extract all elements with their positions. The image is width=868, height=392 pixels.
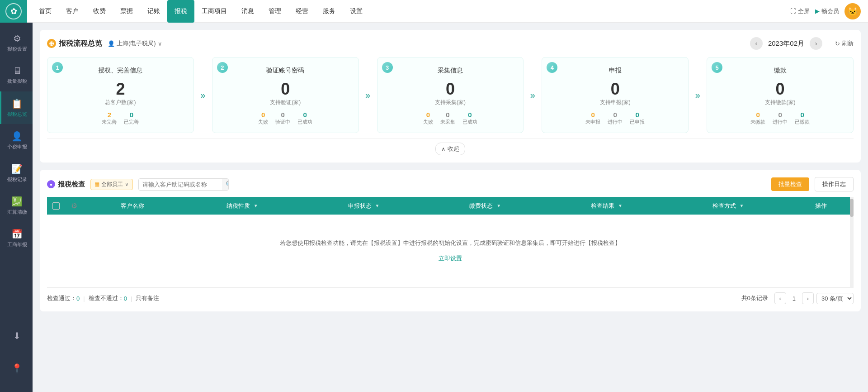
nav-right: ⛶ 全屏 ▶ 畅会员 🐱 bbox=[790, 3, 861, 19]
step-stat-4-1[interactable]: 0 进行中 bbox=[608, 111, 623, 125]
log-button[interactable]: 操作日志 bbox=[815, 177, 854, 191]
pass-count[interactable]: 0 bbox=[76, 295, 80, 302]
per-page-select[interactable]: 30 条/页 bbox=[816, 293, 854, 304]
step-count-2: 0 bbox=[220, 79, 351, 99]
sidebar-label-tax-settings: 报税设置 bbox=[7, 46, 27, 53]
date-prev-button[interactable]: ‹ bbox=[750, 37, 763, 50]
sidebar-item-settlement[interactable]: 💹 汇算清缴 bbox=[0, 189, 33, 222]
date-next-button[interactable]: › bbox=[810, 37, 822, 50]
arrow-3: » bbox=[524, 57, 542, 133]
stat-label-2-1: 验证中 bbox=[275, 119, 290, 125]
batch-check-button[interactable]: 批量检查 bbox=[771, 177, 809, 191]
nav-invoices[interactable]: 票据 bbox=[113, 0, 140, 23]
step-stat-2-1[interactable]: 0 验证中 bbox=[275, 111, 290, 125]
th-tax-nature[interactable]: 纳税性质 ▼ bbox=[181, 197, 303, 215]
page-first-button[interactable]: ‹ bbox=[774, 292, 786, 304]
stat-val-3-0: 0 bbox=[426, 111, 430, 119]
step-stat-2-0[interactable]: 0 失败 bbox=[258, 111, 268, 125]
th-actions: 操作 bbox=[789, 197, 854, 215]
nav-items: 首页 客户 收费 票据 记账 报税 工商项目 消息 管理 经营 服务 设置 bbox=[32, 0, 790, 23]
search-button[interactable]: 🔍 bbox=[222, 179, 229, 190]
fail-count[interactable]: 0 bbox=[124, 295, 127, 302]
sidebar-item-tax-overview[interactable]: 📋 报税总览 bbox=[0, 91, 33, 124]
step-stat-3-2[interactable]: 0 已成功 bbox=[462, 111, 477, 125]
fullscreen-button[interactable]: ⛶ 全屏 bbox=[790, 7, 810, 15]
sidebar-bottom: ⬇ 📍 bbox=[0, 320, 33, 385]
stat-label-5-0: 未缴款 bbox=[750, 119, 765, 125]
collapse-button[interactable]: ∧ 收起 bbox=[435, 143, 465, 155]
step-subtitle-5: 支持缴款(家) bbox=[714, 99, 846, 106]
nav-service[interactable]: 服务 bbox=[316, 0, 343, 23]
sidebar-item-batch-tax[interactable]: 🖥 批量报税 bbox=[0, 59, 33, 91]
step-stat-5-1[interactable]: 0 进行中 bbox=[773, 111, 788, 125]
pagination: 共0条记录 ‹ 1 › 30 条/页 bbox=[741, 292, 854, 304]
step-stat-3-1[interactable]: 0 未采集 bbox=[440, 111, 455, 125]
stat-label-3-2: 已成功 bbox=[462, 119, 477, 125]
step-stat-4-2[interactable]: 0 已申报 bbox=[630, 111, 645, 125]
th-customer-name: 客户名称 bbox=[83, 197, 181, 215]
stat-val-4-1: 0 bbox=[613, 111, 617, 119]
search-input[interactable] bbox=[139, 179, 222, 190]
footer-sep-2: | bbox=[131, 295, 132, 302]
step-stat-5-0[interactable]: 0 未缴款 bbox=[750, 111, 765, 125]
step-stat-1-0[interactable]: 2 未完善 bbox=[102, 111, 117, 125]
step-stat-3-0[interactable]: 0 失败 bbox=[423, 111, 433, 125]
footer-sep-1: | bbox=[83, 295, 85, 302]
sidebar-item-individual-tax[interactable]: 👤 个税申报 bbox=[0, 124, 33, 157]
page-current: 1 bbox=[789, 295, 799, 302]
step-stat-4-0[interactable]: 0 未申报 bbox=[585, 111, 600, 125]
step-num-2: 2 bbox=[217, 62, 228, 73]
scrollbar-track[interactable] bbox=[850, 197, 854, 287]
sidebar-item-annual-report[interactable]: 📅 工商年报 bbox=[0, 222, 33, 254]
nav-messages[interactable]: 消息 bbox=[234, 0, 261, 23]
nav-fees[interactable]: 收费 bbox=[86, 0, 113, 23]
step-title-1: 授权、完善信息 bbox=[55, 67, 186, 75]
stat-val-4-2: 0 bbox=[636, 111, 639, 119]
download-icon: ⬇ bbox=[13, 330, 21, 341]
select-all-checkbox[interactable] bbox=[52, 202, 60, 210]
step-stat-5-2[interactable]: 0 已缴款 bbox=[795, 111, 810, 125]
refresh-button[interactable]: ↻ 刷新 bbox=[835, 39, 854, 48]
setup-link[interactable]: 立即设置 bbox=[439, 255, 462, 262]
sidebar-item-tax-records[interactable]: 📝 报税记录 bbox=[0, 157, 33, 189]
nav-operations[interactable]: 经营 bbox=[288, 0, 316, 23]
step-count-1: 2 bbox=[55, 79, 186, 99]
step-stats-1: 2 未完善 0 已完善 bbox=[55, 111, 186, 125]
vip-button[interactable]: ▶ 畅会员 bbox=[815, 7, 839, 15]
nav-management[interactable]: 管理 bbox=[261, 0, 288, 23]
logo[interactable]: ✿ bbox=[0, 0, 27, 23]
data-table: ⚙ 客户名称 纳税性质 ▼ bbox=[47, 197, 854, 287]
sidebar-item-tax-settings[interactable]: ⚙ 报税设置 bbox=[0, 26, 33, 59]
step-subtitle-4: 支持申报(家) bbox=[549, 99, 681, 106]
nav-settings[interactable]: 设置 bbox=[343, 0, 370, 23]
step-card-1: 1 授权、完善信息 2 总客户数(家) 2 未完善 0 已完善 bbox=[47, 57, 194, 133]
location-tag[interactable]: 👤 上海(电子税局) ∨ bbox=[108, 39, 162, 48]
nav-business[interactable]: 工商项目 bbox=[194, 0, 234, 23]
gear-icon[interactable]: ⚙ bbox=[71, 202, 77, 210]
th-check-result[interactable]: 检查结果 ▼ bbox=[546, 197, 667, 215]
nav-accounting[interactable]: 记账 bbox=[140, 0, 167, 23]
empty-state: 若您想使用报税检查功能，请先在【报税设置】中进行报税的初始化设置，完成密码验证和… bbox=[52, 219, 848, 282]
nav-home[interactable]: 首页 bbox=[32, 0, 59, 23]
step-stat-2-2[interactable]: 0 已成功 bbox=[297, 111, 312, 125]
step-num-1: 1 bbox=[52, 62, 63, 73]
filter-tag[interactable]: ▦ 全部员工 ∨ bbox=[90, 179, 133, 190]
tax-records-icon: 📝 bbox=[11, 163, 23, 174]
sidebar-item-location[interactable]: 📍 bbox=[0, 352, 33, 385]
th-check-method[interactable]: 检查方式 ▼ bbox=[667, 197, 789, 215]
stat-label-4-1: 进行中 bbox=[608, 119, 623, 125]
arrow-4: » bbox=[689, 57, 707, 133]
page-next-button[interactable]: › bbox=[802, 292, 814, 304]
stat-val-3-1: 0 bbox=[446, 111, 449, 119]
sidebar-label-tax-overview: 报税总览 bbox=[7, 111, 27, 118]
scrollbar-thumb[interactable] bbox=[850, 199, 854, 217]
avatar[interactable]: 🐱 bbox=[844, 3, 861, 19]
sidebar-item-download[interactable]: ⬇ bbox=[0, 320, 33, 352]
th-report-status[interactable]: 申报状态 ▼ bbox=[303, 197, 425, 215]
th-pay-status[interactable]: 缴费状态 ▼ bbox=[425, 197, 546, 215]
nav-tax[interactable]: 报税 bbox=[167, 0, 194, 23]
sidebar: ⚙ 报税设置 🖥 批量报税 📋 报税总览 👤 个税申报 📝 报税记录 💹 汇算清… bbox=[0, 23, 33, 392]
nav-customer[interactable]: 客户 bbox=[59, 0, 86, 23]
step-stat-1-1[interactable]: 0 已完善 bbox=[124, 111, 139, 125]
step-title-5: 缴款 bbox=[714, 67, 846, 75]
